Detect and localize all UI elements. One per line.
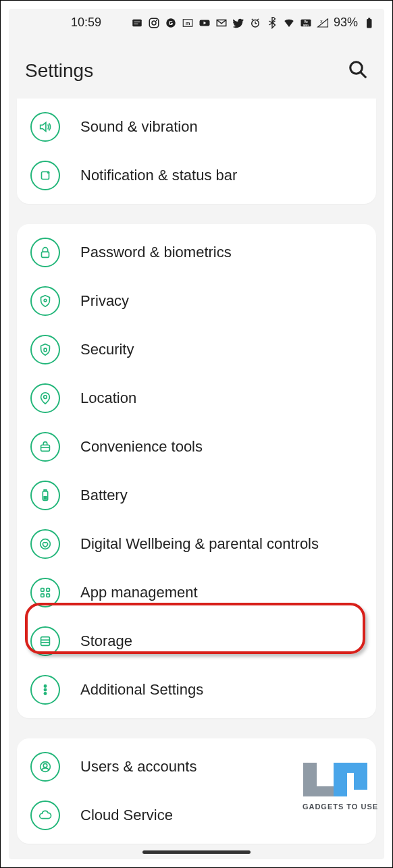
svg-point-50	[43, 763, 47, 767]
instagram-icon	[148, 17, 160, 29]
svg-point-30	[44, 299, 47, 302]
sound-icon	[30, 112, 60, 142]
svg-marker-21	[317, 19, 328, 27]
svg-rect-0	[132, 19, 142, 26]
signal-icon: x	[317, 17, 329, 29]
settings-group: Password & biometrics Privacy Security L…	[17, 224, 376, 718]
battery-icon	[363, 17, 375, 29]
message-icon	[131, 17, 143, 29]
svg-rect-33	[41, 445, 50, 451]
svg-point-32	[44, 396, 47, 399]
gmail-icon	[215, 17, 228, 29]
search-icon	[348, 59, 368, 80]
privacy-icon	[30, 286, 60, 316]
battery-percentage: 93%	[334, 16, 358, 30]
settings-item-label: Battery	[80, 487, 128, 504]
settings-item-label: Additional Settings	[80, 681, 203, 699]
settings-item-wellbeing[interactable]: Digital Wellbeing & parental controls	[17, 520, 376, 568]
wellbeing-icon	[30, 529, 60, 559]
svg-line-17	[257, 19, 259, 20]
svg-rect-31	[44, 348, 47, 352]
svg-rect-40	[47, 589, 50, 592]
svg-text:G: G	[169, 20, 173, 26]
settings-item-privacy[interactable]: Privacy	[17, 277, 376, 325]
youtube-icon	[199, 17, 211, 29]
settings-item-notification[interactable]: Notification & status bar	[17, 151, 376, 200]
settings-item-battery[interactable]: Battery	[17, 471, 376, 520]
svg-point-4	[152, 21, 156, 25]
users-icon	[30, 752, 60, 782]
settings-item-label: Digital Wellbeing & parental controls	[80, 535, 319, 553]
wifi-icon	[283, 17, 295, 29]
svg-text:WiFi: WiFi	[303, 24, 309, 26]
lock-icon	[30, 238, 60, 267]
settings-item-label: Convenience tools	[80, 438, 203, 456]
svg-rect-42	[47, 594, 50, 597]
settings-item-label: Privacy	[80, 292, 129, 310]
more-icon	[30, 675, 60, 705]
settings-item-label: Location	[80, 389, 136, 407]
svg-text:m: m	[186, 20, 190, 26]
security-icon	[30, 335, 60, 364]
settings-item-tools[interactable]: Convenience tools	[17, 423, 376, 471]
settings-item-label: Cloud Service	[80, 807, 173, 824]
settings-item-label: Sound & vibration	[80, 118, 198, 136]
notification-icon	[30, 161, 60, 190]
svg-point-5	[156, 20, 157, 21]
page-title: Settings	[25, 60, 93, 82]
vowifi-icon: VoWiFi	[300, 17, 312, 29]
settings-item-label: Notification & status bar	[80, 167, 237, 184]
svg-rect-24	[368, 18, 370, 19]
settings-group: Users & accounts Cloud Service	[17, 738, 376, 844]
settings-item-sound[interactable]: Sound & vibration	[17, 103, 376, 151]
svg-text:Vo: Vo	[304, 20, 308, 24]
settings-item-label: Security	[80, 341, 134, 358]
home-indicator[interactable]	[142, 850, 251, 854]
alarm-icon	[249, 17, 261, 29]
settings-item-app-management[interactable]: App management	[17, 568, 376, 617]
svg-rect-36	[44, 490, 47, 491]
settings-item-additional[interactable]: Additional Settings	[17, 666, 376, 714]
svg-point-46	[44, 685, 46, 687]
status-bar: 10:59 G m VoWiFi x 93%	[9, 9, 384, 35]
g-icon: G	[165, 17, 177, 29]
settings-item-security[interactable]: Security	[17, 325, 376, 374]
battery-icon	[30, 481, 60, 510]
settings-item-label: Password & biometrics	[80, 244, 232, 261]
twitter-icon	[232, 17, 244, 29]
settings-item-label: Users & accounts	[80, 758, 196, 776]
svg-rect-37	[44, 497, 47, 499]
svg-line-26	[361, 72, 366, 78]
svg-point-48	[44, 693, 46, 695]
bluetooth-icon	[266, 17, 278, 29]
svg-rect-39	[41, 589, 45, 592]
settings-group: Sound & vibration Notification & status …	[17, 99, 376, 204]
m-icon: m	[182, 17, 194, 29]
phone-frame: 10:59 G m VoWiFi x 93% Settings Sound & …	[9, 9, 384, 859]
settings-item-location[interactable]: Location	[17, 374, 376, 423]
settings-content[interactable]: Sound & vibration Notification & status …	[9, 99, 384, 844]
svg-point-47	[44, 688, 46, 690]
tools-icon	[30, 432, 60, 462]
settings-item-cloud[interactable]: Cloud Service	[17, 791, 376, 840]
settings-item-password[interactable]: Password & biometrics	[17, 228, 376, 277]
settings-item-users[interactable]: Users & accounts	[17, 742, 376, 791]
svg-rect-3	[149, 18, 159, 28]
search-button[interactable]	[348, 59, 368, 82]
storage-icon	[30, 626, 60, 656]
svg-rect-41	[41, 594, 45, 597]
settings-item-label: App management	[80, 584, 198, 601]
svg-point-28	[47, 171, 50, 174]
apps-icon	[30, 578, 60, 607]
svg-rect-23	[367, 19, 372, 28]
svg-rect-43	[41, 637, 50, 646]
settings-item-label: Storage	[80, 632, 132, 650]
location-icon	[30, 383, 60, 413]
settings-item-storage[interactable]: Storage	[17, 617, 376, 666]
page-header: Settings	[9, 35, 384, 101]
status-time: 10:59	[71, 16, 101, 30]
svg-line-16	[252, 19, 253, 20]
cloud-icon	[30, 801, 60, 830]
svg-rect-29	[42, 252, 49, 257]
